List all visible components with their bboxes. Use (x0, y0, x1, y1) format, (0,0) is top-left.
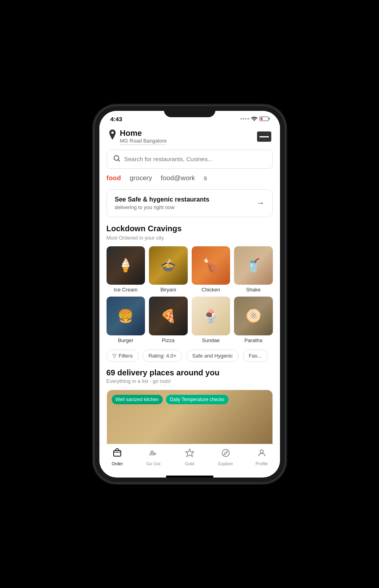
location-block[interactable]: Home MG Road Bangalore (108, 129, 167, 145)
food-img-ice-cream: 🍦 (107, 246, 145, 285)
food-img-shake: 🥤 (234, 246, 273, 285)
filter-pill-filters[interactable]: ▽ Filters (107, 350, 139, 362)
food-label-paratha: Paratha (244, 337, 263, 343)
home-indicator (166, 476, 213, 478)
food-img-paratha: 🫓 (234, 297, 273, 335)
food-label-chicken: Chicken (202, 287, 220, 293)
phone-screen: 4:43 (99, 111, 280, 478)
bottom-nav: Order Go Out Gold (99, 444, 280, 474)
notch (164, 106, 215, 117)
gold-icon (185, 448, 194, 460)
card-icon-line (259, 136, 269, 137)
food-item-shake[interactable]: 🥤 Shake (234, 246, 273, 293)
filter-pill-rating[interactable]: Rating: 4.0+ (143, 350, 182, 362)
food-label-ice-cream: Ice Cream (114, 287, 137, 293)
nav-item-profile[interactable]: Profile (244, 448, 280, 466)
svg-rect-1 (114, 451, 121, 456)
food-img-biryani: 🍲 (149, 246, 188, 285)
food-img-chicken: 🍗 (192, 246, 230, 285)
tab-food[interactable]: food (107, 174, 121, 184)
filter-label-safe: Safe and Hygenic (192, 353, 233, 359)
food-label-shake: Shake (246, 287, 261, 293)
tab-food-at-work[interactable]: food@work (161, 174, 195, 184)
food-item-biryani[interactable]: 🍲 Biryani (149, 246, 188, 293)
filter-row: ▽ Filters Rating: 4.0+ Safe and Hygenic … (99, 350, 280, 368)
nav-item-gold[interactable]: Gold (171, 448, 208, 466)
tab-more[interactable]: s (204, 174, 207, 184)
scroll-content[interactable]: Home MG Road Bangalore (99, 125, 280, 444)
battery-icon (259, 116, 269, 121)
filter-icon: ▽ (112, 353, 116, 359)
nav-label-go-out: Go Out (147, 461, 160, 466)
location-home-label: Home (120, 129, 167, 138)
food-label-biryani: Biryani (160, 287, 176, 293)
nav-label-explore: Explore (218, 461, 233, 466)
lockdown-section-subtitle: Most Ordered in your city (99, 235, 280, 246)
food-img-pizza: 🍕 (149, 297, 188, 335)
search-bar[interactable] (107, 150, 273, 169)
delivery-section-subtitle: Everything in a list - go nuts! (99, 378, 280, 390)
nav-item-order[interactable]: Order (99, 448, 135, 466)
card-icon[interactable] (257, 131, 271, 142)
status-icons (240, 116, 269, 122)
safe-restaurants-banner[interactable]: See Safe & hygenic restaurants deliverin… (107, 189, 273, 217)
nav-label-profile: Profile (255, 461, 268, 466)
status-time: 4:43 (110, 116, 122, 122)
banner-arrow-icon: → (257, 198, 265, 207)
food-label-pizza: Pizza (162, 337, 175, 343)
location-text: Home MG Road Bangalore (120, 129, 167, 145)
search-input[interactable] (124, 156, 266, 162)
food-item-paratha[interactable]: 🫓 Paratha (234, 297, 273, 343)
food-item-ice-cream[interactable]: 🍦 Ice Cream (107, 246, 145, 293)
tab-grocery[interactable]: grocery (130, 174, 152, 184)
filter-label-filters: Filters (119, 353, 133, 359)
explore-icon (221, 448, 230, 460)
restaurant-image: Well sanized kitchen Daily Temperature c… (107, 390, 272, 444)
food-item-sundae[interactable]: 🍨 Sundae (192, 297, 230, 343)
food-item-burger[interactable]: 🍔 Burger (107, 297, 145, 343)
restaurant-card[interactable]: Well sanized kitchen Daily Temperature c… (107, 390, 273, 444)
svg-point-2 (151, 451, 153, 453)
banner-text: See Safe & hygenic restaurants deliverin… (115, 196, 209, 210)
filter-pill-fast[interactable]: Fas... (243, 350, 268, 362)
filter-pill-safe[interactable]: Safe and Hygenic (186, 350, 239, 362)
food-img-burger: 🍔 (107, 297, 145, 335)
food-img-sundae: 🍨 (192, 297, 230, 335)
nav-label-order: Order (112, 461, 123, 466)
phone-frame: 4:43 (95, 106, 285, 482)
filter-label-fast: Fas... (249, 353, 262, 359)
svg-point-5 (222, 449, 229, 457)
signal-icon (240, 118, 249, 120)
header: Home MG Road Bangalore (99, 125, 280, 150)
badge-sanized: Well sanized kitchen (112, 395, 163, 404)
banner-title: See Safe & hygenic restaurants (115, 196, 209, 203)
order-icon (112, 448, 122, 460)
food-grid: 🍦 Ice Cream 🍲 Biryani 🍗 Chicken (99, 246, 280, 350)
nav-item-explore[interactable]: Explore (208, 448, 244, 466)
banner-subtitle: delivering to you right now (115, 204, 209, 210)
filter-label-rating: Rating: 4.0+ (149, 353, 176, 359)
location-pin-icon (108, 129, 117, 143)
category-tabs: food grocery food@work s (99, 174, 280, 189)
food-item-chicken[interactable]: 🍗 Chicken (192, 246, 230, 293)
food-label-burger: Burger (118, 337, 133, 343)
food-label-sundae: Sundae (202, 337, 220, 343)
go-out-icon (149, 448, 158, 460)
search-icon (113, 155, 120, 164)
delivery-section-title: 69 delivery places around you (99, 368, 280, 378)
nav-item-go-out[interactable]: Go Out (135, 448, 171, 466)
lockdown-section-title: Lockdown Cravings (99, 224, 280, 235)
food-item-pizza[interactable]: 🍕 Pizza (149, 297, 188, 343)
svg-point-6 (260, 450, 263, 453)
nav-label-gold: Gold (185, 461, 194, 466)
wifi-icon (251, 116, 257, 122)
location-address: MG Road Bangalore (120, 138, 167, 145)
svg-marker-4 (186, 449, 194, 457)
badge-temperature: Daily Temperature checks (166, 395, 229, 404)
profile-icon (257, 448, 267, 460)
